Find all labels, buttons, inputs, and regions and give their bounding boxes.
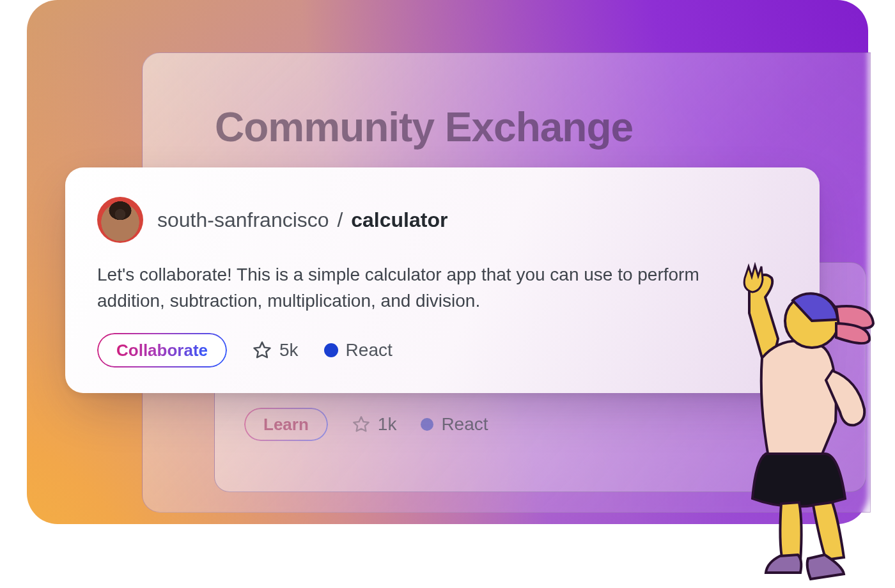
language-dot-icon [324,343,338,357]
stars-count: 1k [352,414,397,435]
repo-name[interactable]: calculator [351,208,447,231]
svg-marker-1 [254,343,270,358]
learn-button[interactable]: Learn [244,408,328,441]
avatar[interactable] [97,197,143,243]
svg-marker-0 [354,417,368,431]
language-tag: React [421,414,488,435]
collaborate-button[interactable]: Collaborate [97,333,227,368]
page-title: Community Exchange [215,104,633,151]
language-name: React [346,340,393,360]
star-icon [352,415,370,433]
repo-path[interactable]: south-sanfrancisco / calculator [157,208,447,232]
stars-value: 5k [279,340,299,360]
repo-owner[interactable]: south-sanfrancisco [157,208,329,231]
language-tag: React [324,340,393,360]
repo-card-featured[interactable]: south-sanfrancisco / calculator Let's co… [65,167,820,393]
stars-count: 5k [253,340,299,360]
stars-value: 1k [378,414,397,435]
pill-label: Collaborate [116,341,208,360]
path-separator: / [334,208,351,231]
repo-description: Let's collaborate! This is a simple calc… [97,262,736,314]
pill-label: Learn [263,415,309,435]
language-name: React [441,414,488,435]
language-dot-icon [421,418,433,431]
star-icon [253,341,272,360]
